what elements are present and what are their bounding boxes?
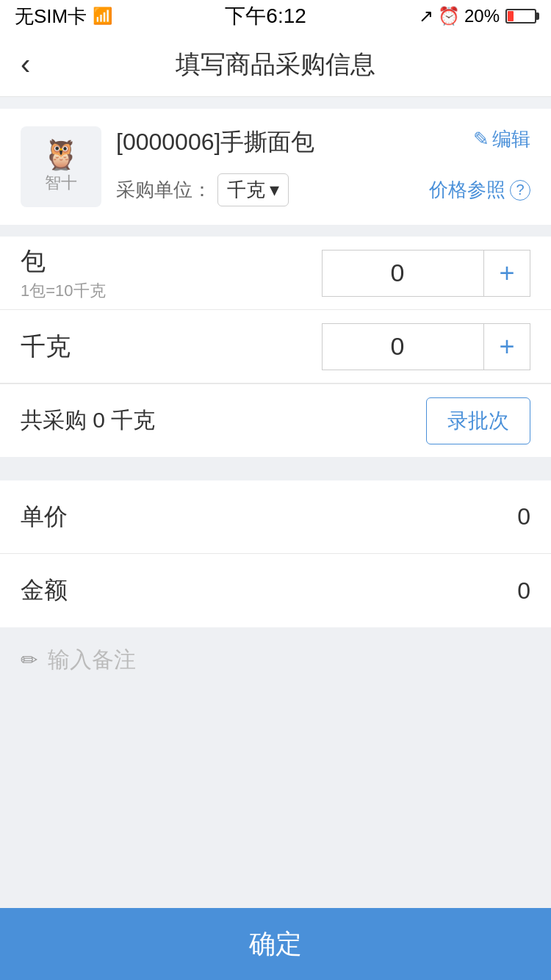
bag-quantity-input[interactable] xyxy=(322,250,483,297)
amount-label: 金额 xyxy=(21,574,68,607)
status-left: 无SIM卡 📶 xyxy=(15,4,112,29)
unit-price-row: 单价 0 xyxy=(0,480,551,554)
remark-section[interactable]: ✏ 输入备注 xyxy=(0,627,551,693)
total-row: 共采购 0 千克 录批次 xyxy=(0,383,551,457)
battery-percent: 20% xyxy=(464,6,500,26)
page-spacer xyxy=(0,693,551,840)
product-brand: 智十 xyxy=(45,172,77,194)
bag-main-label: 包 xyxy=(21,245,106,278)
input-section: 包 1包=10千克 + 千克 + 共采购 0 千克 录批次 xyxy=(0,237,551,457)
bag-label-group: 包 1包=10千克 xyxy=(21,245,106,302)
kg-plus-button[interactable]: + xyxy=(483,323,530,370)
record-batch-button[interactable]: 录批次 xyxy=(426,397,530,444)
product-header: [0000006]手撕面包 ✎ 编辑 xyxy=(116,126,530,159)
carrier-label: 无SIM卡 xyxy=(15,4,87,29)
bag-sub-label: 1包=10千克 xyxy=(21,280,106,302)
price-section: 单价 0 金额 0 xyxy=(0,480,551,627)
back-button[interactable]: ‹ xyxy=(21,48,30,81)
amount-row: 金额 0 xyxy=(0,554,551,627)
unit-prefix-label: 采购单位： xyxy=(116,177,212,203)
amount-value: 0 xyxy=(517,577,530,605)
alarm-icon: ⏰ xyxy=(438,6,460,26)
section-divider-2 xyxy=(0,457,551,469)
kg-input-control: + xyxy=(322,323,530,370)
bag-input-control: + xyxy=(322,250,530,297)
kg-main-label: 千克 xyxy=(21,330,71,364)
product-thumbnail: 🦉 智十 xyxy=(21,126,101,207)
location-icon: ↗ xyxy=(419,6,433,26)
dropdown-icon: ▾ xyxy=(270,179,279,201)
edit-button[interactable]: ✎ 编辑 xyxy=(473,126,530,152)
main-content: 🦉 智十 [0000006]手撕面包 ✎ 编辑 采购单位： 千克 ▾ xyxy=(0,109,551,980)
confirm-button[interactable]: 确定 xyxy=(0,908,551,980)
kg-input-row: 千克 + xyxy=(0,310,551,383)
purchase-unit-row: 采购单位： 千克 ▾ 价格参照 ? xyxy=(116,173,530,206)
unit-price-label: 单价 xyxy=(21,501,68,533)
confirm-label: 确定 xyxy=(249,926,302,962)
battery-icon xyxy=(505,9,536,24)
wifi-icon: 📶 xyxy=(93,7,112,26)
bag-plus-button[interactable]: + xyxy=(483,250,530,297)
nav-bar: ‹ 填写商品采购信息 xyxy=(0,32,551,97)
status-right: ↗ ⏰ 20% xyxy=(419,6,536,26)
product-card: 🦉 智十 [0000006]手撕面包 ✎ 编辑 采购单位： 千克 ▾ xyxy=(0,109,551,225)
status-bar: 无SIM卡 📶 下午6:12 ↗ ⏰ 20% xyxy=(0,0,551,32)
unit-price-value: 0 xyxy=(517,503,530,530)
remark-placeholder: 输入备注 xyxy=(48,645,136,675)
edit-icon: ✎ xyxy=(473,128,489,151)
price-reference-button[interactable]: 价格参照 ? xyxy=(429,177,530,203)
unit-select[interactable]: 千克 ▾ xyxy=(217,173,289,206)
kg-quantity-input[interactable] xyxy=(322,323,483,370)
product-name: [0000006]手撕面包 xyxy=(116,126,314,159)
page-title: 填写商品采购信息 xyxy=(176,48,375,82)
product-logo-icon: 🦉 xyxy=(43,140,79,169)
bag-input-row: 包 1包=10千克 + xyxy=(0,237,551,310)
status-time: 下午6:12 xyxy=(225,2,306,30)
pencil-icon: ✏ xyxy=(21,648,37,672)
section-divider-1 xyxy=(0,225,551,237)
help-icon: ? xyxy=(510,180,530,201)
product-info: [0000006]手撕面包 ✎ 编辑 采购单位： 千克 ▾ 价格参照 ? xyxy=(116,126,530,206)
unit-value: 千克 xyxy=(227,177,265,203)
total-label: 共采购 0 千克 xyxy=(21,406,155,436)
kg-label-group: 千克 xyxy=(21,330,71,364)
